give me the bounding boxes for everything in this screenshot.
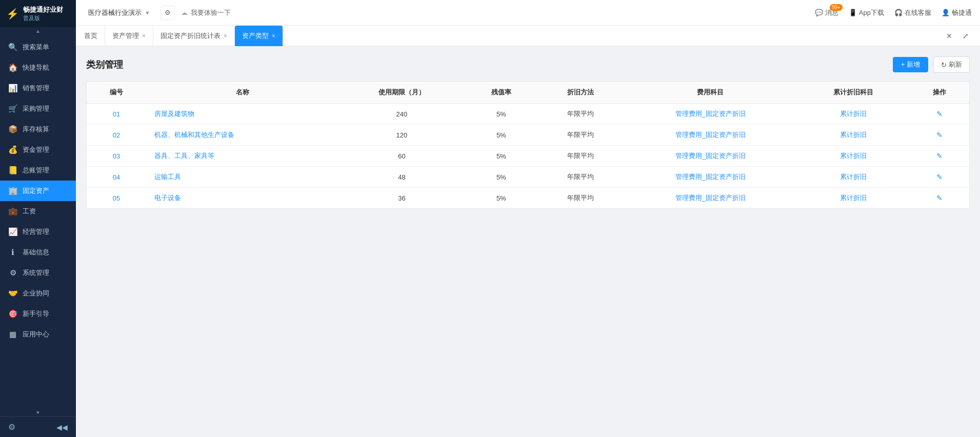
user-label: 畅捷通 <box>952 8 972 17</box>
tab-asset-mgmt-close[interactable]: × <box>142 33 146 39</box>
tab-depreciation-close[interactable]: × <box>224 33 227 39</box>
sidebar-label-sales: 销售管理 <box>23 84 49 93</box>
cell-period: 60 <box>339 146 465 167</box>
cell-residual-rate: 5% <box>465 104 537 125</box>
col-id: 编号 <box>87 82 146 104</box>
sidebar-item-system[interactable]: ⚙ 系统管理 <box>0 263 76 283</box>
sidebar-label-operation: 经营管理 <box>23 227 49 236</box>
sidebar-version: 普及版 <box>23 14 63 22</box>
sidebar-footer: ⚙ ◀◀ <box>0 416 76 437</box>
new-button[interactable]: + 新增 <box>893 57 928 72</box>
cell-residual-rate: 5% <box>465 146 537 167</box>
app-download-action[interactable]: 📱 App下载 <box>849 8 884 17</box>
sidebar-item-inventory[interactable]: 📦 库存核算 <box>0 119 76 140</box>
category-table: 编号 名称 使用期限（月） 残值率 折旧方法 费用科目 累计折旧科目 操作 01… <box>87 82 969 208</box>
cell-expense-subject: 管理费用_固定资产折旧 <box>624 104 797 125</box>
col-method: 折旧方法 <box>537 82 624 104</box>
sidebar-item-search[interactable]: 🔍 搜索菜单 <box>0 37 76 57</box>
scroll-up-icon: ▲ <box>35 28 41 34</box>
cell-id: 04 <box>87 167 146 188</box>
cell-action: ✎ <box>910 146 969 167</box>
content-area: 类别管理 + 新增 ↻ 刷新 编号 名称 使用期限（月） 残值率 折旧方法 <box>76 46 980 437</box>
app-download-label: App下载 <box>859 8 884 17</box>
sidebar-header: ⚡ 畅捷通好业财 普及版 <box>0 0 76 27</box>
sidebar-item-capital[interactable]: 💰 资金管理 <box>0 140 76 160</box>
cell-name: 房屋及建筑物 <box>146 104 339 125</box>
sidebar-item-app-center[interactable]: ▦ 应用中心 <box>0 324 76 345</box>
app-selector[interactable]: 医疗器械行业演示 ▼ <box>84 6 154 19</box>
message-action[interactable]: 💬 消息 99+ <box>815 8 838 17</box>
sidebar-item-guide[interactable]: 🎯 新手引导 <box>0 304 76 324</box>
tab-asset-mgmt-label: 资产管理 <box>112 31 139 41</box>
sidebar-item-fixed-asset[interactable]: 🏢 固定资产 <box>0 181 76 201</box>
cell-residual-rate: 5% <box>465 125 537 146</box>
cell-residual-rate: 5% <box>465 167 537 188</box>
sidebar-item-salary[interactable]: 💼 工资 <box>0 201 76 222</box>
refresh-button[interactable]: ↻ 刷新 <box>933 56 970 73</box>
edit-icon[interactable]: ✎ <box>936 131 943 139</box>
download-icon: 📱 <box>849 9 857 16</box>
app-center-icon: ▦ <box>8 330 17 339</box>
tab-home[interactable]: 首页 <box>84 26 105 46</box>
sidebar-label-fixed-asset: 固定资产 <box>23 186 49 195</box>
sidebar-item-enterprise[interactable]: 🤝 企业协同 <box>0 283 76 304</box>
app-selector-label: 医疗器械行业演示 <box>88 8 142 17</box>
col-accumulated-subject: 累计折旧科目 <box>797 82 910 104</box>
sidebar-label-basic-info: 基础信息 <box>23 248 49 257</box>
topbar-settings-button[interactable]: ⚙ <box>161 6 175 20</box>
cell-name: 电子设备 <box>146 188 339 209</box>
edit-icon[interactable]: ✎ <box>936 152 943 160</box>
col-period: 使用期限（月） <box>339 82 465 104</box>
tab-asset-mgmt[interactable]: 资产管理 × <box>105 26 153 46</box>
edit-icon[interactable]: ✎ <box>936 194 943 202</box>
footer-settings-icon[interactable]: ⚙ <box>8 422 15 432</box>
sidebar-item-ledger[interactable]: 📒 总账管理 <box>0 160 76 181</box>
experience-button[interactable]: ☁ 我要体验一下 <box>181 8 231 17</box>
tabbar: 首页 资产管理 × 固定资产折旧统计表 × 资产类型 × ✕ ⤢ <box>76 26 980 46</box>
sidebar-label-salary: 工资 <box>23 207 36 216</box>
sidebar-label-system: 系统管理 <box>23 268 49 277</box>
headset-icon: 🎧 <box>894 9 903 16</box>
refresh-label: 刷新 <box>949 60 962 69</box>
cell-accumulated-subject: 累计折旧 <box>797 188 910 209</box>
sidebar-item-quick-nav[interactable]: 🏠 快捷导航 <box>0 57 76 78</box>
cell-accumulated-subject: 累计折旧 <box>797 167 910 188</box>
edit-icon[interactable]: ✎ <box>936 173 943 181</box>
cell-expense-subject: 管理费用_固定资产折旧 <box>624 146 797 167</box>
tab-expand-icon[interactable]: ⤢ <box>959 31 972 41</box>
cell-method: 年限平均 <box>537 125 624 146</box>
sidebar-label-search: 搜索菜单 <box>23 43 49 52</box>
message-icon: 💬 <box>815 9 823 16</box>
settings-gear-icon: ⚙ <box>165 9 171 16</box>
customer-service-action[interactable]: 🎧 在线客服 <box>894 8 931 17</box>
user-action[interactable]: 👤 畅捷通 <box>942 8 972 17</box>
table-row: 02 机器、机械和其他生产设备 120 5% 年限平均 管理费用_固定资产折旧 … <box>87 125 969 146</box>
sidebar-item-basic-info[interactable]: ℹ 基础信息 <box>0 242 76 263</box>
message-badge: 99+ <box>830 4 843 11</box>
cell-expense-subject: 管理费用_固定资产折旧 <box>624 188 797 209</box>
page-title: 类别管理 <box>86 58 123 71</box>
footer-collapse-icon[interactable]: ◀◀ <box>56 423 68 431</box>
topbar-right-actions: 💬 消息 99+ 📱 App下载 🎧 在线客服 👤 畅捷通 <box>815 8 972 17</box>
col-action: 操作 <box>910 82 969 104</box>
sidebar-item-operation[interactable]: 📈 经营管理 <box>0 222 76 242</box>
cell-period: 48 <box>339 167 465 188</box>
sidebar-item-sales[interactable]: 📊 销售管理 <box>0 78 76 98</box>
salary-icon: 💼 <box>8 207 17 216</box>
sidebar-label-app-center: 应用中心 <box>23 330 49 339</box>
tab-asset-type[interactable]: 资产类型 × <box>235 26 283 46</box>
edit-icon[interactable]: ✎ <box>936 110 943 118</box>
tab-depreciation[interactable]: 固定资产折旧统计表 × <box>153 26 235 46</box>
operation-icon: 📈 <box>8 227 17 236</box>
cell-accumulated-subject: 累计折旧 <box>797 146 910 167</box>
sidebar-label-capital: 资金管理 <box>23 145 49 154</box>
sidebar-item-purchase[interactable]: 🛒 采购管理 <box>0 98 76 119</box>
table-row: 01 房屋及建筑物 240 5% 年限平均 管理费用_固定资产折旧 累计折旧 ✎ <box>87 104 969 125</box>
cell-expense-subject: 管理费用_固定资产折旧 <box>624 167 797 188</box>
tab-home-label: 首页 <box>84 31 97 41</box>
search-icon: 🔍 <box>8 43 17 52</box>
cell-accumulated-subject: 累计折旧 <box>797 104 910 125</box>
tab-close-all-icon[interactable]: ✕ <box>943 31 955 41</box>
cell-id: 05 <box>87 188 146 209</box>
tab-asset-type-close[interactable]: × <box>272 33 275 39</box>
